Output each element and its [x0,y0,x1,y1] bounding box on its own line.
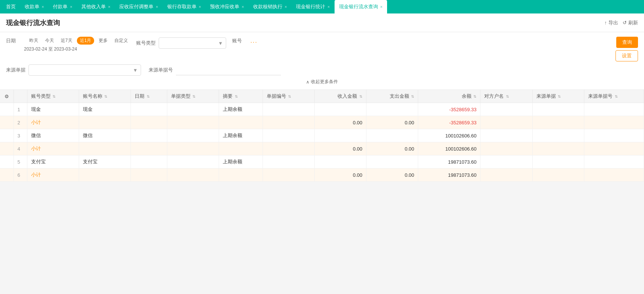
export-button[interactable]: ↑ 导出 [605,19,618,26]
nav-payments[interactable]: 付款单 × [48,0,77,13]
data-table-container: ⚙ 账号类型 ⇅ 账号名称 ⇅ 日期 ⇅ 单据类型 ⇅ [0,90,644,182]
row-expense-5: 0.00 [366,169,418,182]
row-num-1: 2 [14,116,27,129]
row-expense-0 [366,103,418,116]
row-source-doc-2 [532,129,584,142]
row-account-name-2: 微信 [79,129,131,142]
row-account-type-1: 小计 [27,116,79,129]
close-receipts-icon[interactable]: × [42,0,44,13]
row-gear-3 [0,142,14,155]
row-balance-1: -3528659.33 [418,116,480,129]
cash-flow-table: ⚙ 账号类型 ⇅ 账号名称 ⇅ 日期 ⇅ 单据类型 ⇅ [0,90,644,182]
query-button[interactable]: 查询 [616,37,638,48]
source-doc-group: 来源单据 ▼ [6,64,141,76]
close-collection-icon[interactable]: × [285,0,287,13]
sort-doc-type-icon: ⇅ [192,94,195,98]
col-account-type[interactable]: 账号类型 ⇅ [27,90,79,103]
row-balance-0: -3528659.33 [418,103,480,116]
col-date[interactable]: 日期 ⇅ [131,90,167,103]
row-account-type-3: 小计 [27,142,79,155]
table-header-row: ⚙ 账号类型 ⇅ 账号名称 ⇅ 日期 ⇅ 单据类型 ⇅ [0,90,644,103]
settings-button[interactable]: 设置 [615,50,638,61]
nav-advance-offset[interactable]: 预收冲应收单 × [206,0,248,13]
shortcut-custom[interactable]: 自定义 [112,37,130,45]
row-account-name-1 [79,116,131,129]
page-title: 现金银行流水查询 [6,18,60,27]
row-num-4: 5 [14,155,27,169]
col-account-name[interactable]: 账号名称 ⇅ [79,90,131,103]
sort-summary-icon: ⇅ [235,94,238,98]
nav-receipts[interactable]: 收款单 × [20,0,48,13]
col-doc-type[interactable]: 单据类型 ⇅ [167,90,219,103]
row-gear-1 [0,116,14,129]
col-source-doc-no[interactable]: 来源单据号 ⇅ [584,90,644,103]
close-other-income-icon[interactable]: × [108,0,110,13]
col-income[interactable]: 收入金额 ⇅ [314,90,366,103]
row-counterparty-0 [480,103,532,116]
sort-source-doc-icon: ⇅ [558,94,561,98]
row-expense-2 [366,129,418,142]
row-counterparty-5 [480,169,532,182]
source-doc-no-input[interactable] [176,65,281,75]
row-doc-type-5 [167,169,219,182]
row-source-doc-no-2 [584,129,644,142]
nav-other-income[interactable]: 其他收入单 × [77,0,115,13]
row-gear-0 [0,103,14,116]
row-num-3: 4 [14,142,27,155]
shortcut-today[interactable]: 今天 [43,37,56,45]
table-row: 4 小计 0.00 0.00 100102606.60 [0,142,644,155]
close-bank-deposit-icon[interactable]: × [199,0,201,13]
col-gear[interactable]: ⚙ [0,90,14,103]
col-expense[interactable]: 支出金额 ⇅ [366,90,418,103]
row-doc-type-0 [167,103,219,116]
refresh-button[interactable]: ↺ 刷新 [623,19,638,26]
row-account-name-4: 支付宝 [79,155,131,169]
row-source-doc-1 [532,116,584,129]
nav-ar-ap-adjust[interactable]: 应收应付调整单 × [115,0,162,13]
shortcut-more[interactable]: 更多 [96,37,110,45]
nav-cash-bank-flow[interactable]: 现金银行流水查询 × [335,0,387,13]
nav-home[interactable]: 首页 [2,0,20,13]
col-balance[interactable]: 余额 ⇅ [418,90,480,103]
sort-income-icon: ⇅ [359,94,362,98]
close-ar-ap-icon[interactable]: × [156,0,158,13]
col-summary[interactable]: 摘要 ⇅ [219,90,263,103]
row-source-doc-0 [532,103,584,116]
close-payments-icon[interactable]: × [70,0,72,13]
account-type-select[interactable]: ▼ [159,37,226,49]
shortcut-yesterday[interactable]: 昨天 [27,37,41,45]
right-action-buttons: 查询 设置 [615,37,638,61]
row-income-2 [314,129,366,142]
account-more-button[interactable]: ... [250,37,257,44]
row-doc-no-1 [263,116,314,129]
shortcut-last1m[interactable]: 近1月 [77,37,95,45]
sort-doc-no-icon: ⇅ [288,94,291,98]
col-doc-no[interactable]: 单据编号 ⇅ [263,90,314,103]
nav-cash-bank-stats[interactable]: 现金银行统计 × [291,0,334,13]
row-gear-5 [0,169,14,182]
account-type-label: 账号类型 [136,40,156,46]
shortcut-last7[interactable]: 近7天 [59,37,75,45]
col-source-doc[interactable]: 来源单据 ⇅ [532,90,584,103]
close-advance-icon[interactable]: × [242,0,244,13]
sort-counterparty-icon: ⇅ [506,94,509,98]
date-shortcuts: 昨天 今天 近7天 近1月 更多 自定义 [27,37,130,45]
collapse-filter-button[interactable]: ∧ 收起更多条件 [6,77,638,87]
source-doc-select[interactable]: ▼ [29,64,141,76]
nav-collection-exec[interactable]: 收款核销执行 × [249,0,291,13]
row-date-0 [131,103,167,116]
row-gear-4 [0,155,14,169]
sort-account-name-icon: ⇅ [104,94,107,98]
row-summary-2: 上期余额 [219,129,263,142]
row-balance-4: 19871073.60 [418,155,480,169]
col-counterparty[interactable]: 对方户名 ⇅ [480,90,532,103]
close-stats-icon[interactable]: × [327,0,330,13]
row-source-doc-no-1 [584,116,644,129]
row-counterparty-4 [480,155,532,169]
table-row: 1 现金 现金 上期余额 -3528659.33 [0,103,644,116]
gear-icon[interactable]: ⚙ [5,94,9,99]
nav-bank-deposit[interactable]: 银行存取款单 × [163,0,206,13]
sort-date-icon: ⇅ [147,94,150,98]
row-income-5: 0.00 [314,169,366,182]
close-flow-icon[interactable]: × [380,0,383,13]
